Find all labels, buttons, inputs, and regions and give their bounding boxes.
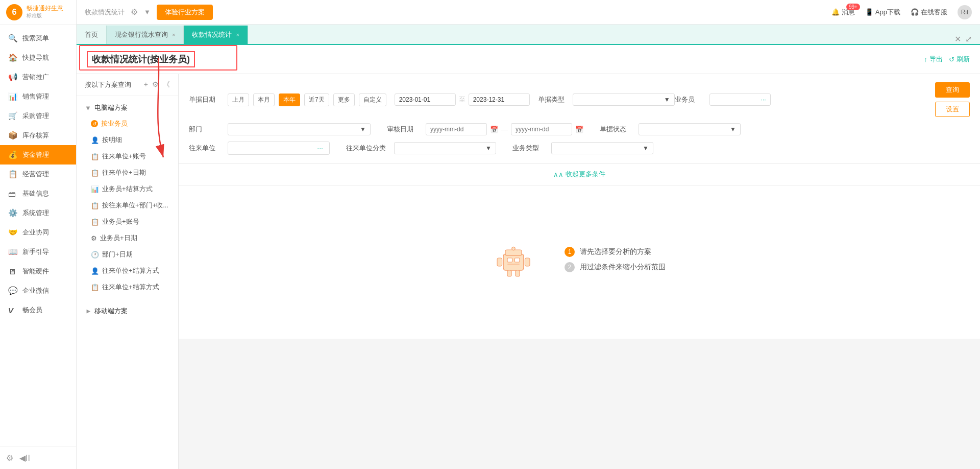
tab-collection[interactable]: 收款情况统计 × xyxy=(184,26,248,44)
notifications-badge: 99+ xyxy=(846,4,860,10)
notifications-item[interactable]: 🔔 消息 99+ xyxy=(831,8,855,17)
scheme-item-salesman-account[interactable]: 📋 业务员+账号 xyxy=(77,214,178,230)
by-detail-icon: 👤 xyxy=(91,136,99,144)
date-btn-more[interactable]: 更多 xyxy=(333,93,355,106)
mobile-schemes-group: ▼ 移动端方案 xyxy=(77,299,178,323)
tab-home[interactable]: 首页 xyxy=(77,26,107,44)
sidebar-item-label: 采购管理 xyxy=(22,111,49,121)
sidebar-item-label: 系统管理 xyxy=(22,208,49,218)
scheme-settings-icon[interactable]: ⚙ xyxy=(152,80,159,89)
audit-date-label: 审核日期 xyxy=(387,125,418,134)
scheme-collapse-icon[interactable]: 《 xyxy=(163,80,170,89)
app-download-item[interactable]: 📱 App下载 xyxy=(865,8,900,17)
audit-date-cal2-icon[interactable]: 📅 xyxy=(575,126,583,133)
doc-type-select[interactable]: ▼ xyxy=(573,93,675,106)
date-end-input[interactable] xyxy=(469,93,530,106)
unit-settle-2-icon: 📋 xyxy=(91,284,99,291)
sidebar-settings-icon[interactable]: ⚙ xyxy=(6,453,13,463)
date-btn-7days[interactable]: 近7天 xyxy=(304,93,329,106)
doc-type-dropdown-icon: ▼ xyxy=(664,96,670,103)
topbar-breadcrumb: 收款情况统计 xyxy=(85,8,125,17)
left-panel-header: 按以下方案查询 + ⚙ 《 xyxy=(77,74,178,96)
sidebar-item-label: 库存核算 xyxy=(22,131,49,140)
dept-date-icon: 🕐 xyxy=(91,251,99,259)
sidebar-item-search[interactable]: 🔍 搜索菜单 xyxy=(0,29,76,48)
scheme-item-salesman-date[interactable]: ⚙ 业务员+日期 xyxy=(77,230,178,246)
salesman-select[interactable]: ··· xyxy=(709,93,771,106)
sidebar-item-sales[interactable]: 📊 销售管理 xyxy=(0,87,76,106)
tab-bank-flow-label: 现金银行流水查询 xyxy=(115,30,168,39)
date-btn-this-year[interactable]: 本年 xyxy=(279,93,300,106)
scheme-item-unit-dept[interactable]: 📋 按往来单位+部门+收... xyxy=(77,197,178,214)
left-panel: 按以下方案查询 + ⚙ 《 ▼ 电脑端方案 ↺ 按业务员 👤 xyxy=(77,74,179,469)
add-scheme-icon[interactable]: + xyxy=(144,80,148,89)
sidebar-item-member[interactable]: V 畅会员 xyxy=(0,300,76,320)
topbar-dropdown-icon[interactable]: ▼ xyxy=(144,8,151,16)
sidebar-item-basic-info[interactable]: 🗃 基础信息 xyxy=(0,184,76,203)
tab-bank-flow[interactable]: 现金银行流水查询 × xyxy=(107,26,184,44)
counterparty-input-wrap[interactable]: ··· xyxy=(228,142,330,155)
sidebar-item-wechat[interactable]: 💬 企业微信 xyxy=(0,281,76,300)
mobile-schemes-title[interactable]: ▼ 移动端方案 xyxy=(77,303,178,319)
audit-date-cal1-icon[interactable]: 📅 xyxy=(490,126,498,133)
doc-status-select[interactable]: ▼ xyxy=(639,123,741,135)
tabbar: 首页 现金银行流水查询 × 收款情况统计 × ✕ ⤢ xyxy=(77,25,980,45)
user-avatar[interactable]: Rit xyxy=(958,5,972,19)
sidebar-bottom: ⚙ ◀II xyxy=(0,447,76,469)
empty-state: 1 请先选择要分析的方案 2 用过滤条件来缩小分析范围 xyxy=(179,185,980,339)
settings-button[interactable]: 设置 xyxy=(935,102,970,117)
sidebar-item-label: 新手引导 xyxy=(22,247,49,256)
salesman-more-icon[interactable]: ··· xyxy=(761,96,766,103)
scheme-item-unit-settle-1[interactable]: 👤 往来单位+结算方式 xyxy=(77,263,178,279)
sidebar-item-quick-nav[interactable]: 🏠 快捷导航 xyxy=(0,48,76,67)
desktop-schemes-title[interactable]: ▼ 电脑端方案 xyxy=(77,100,178,115)
sidebar-item-inventory[interactable]: 📦 库存核算 xyxy=(0,126,76,145)
scheme-item-unit-account[interactable]: 📋 往来单位+账号 xyxy=(77,148,178,165)
sidebar-item-guide[interactable]: 📖 新手引导 xyxy=(0,242,76,262)
scheme-item-by-salesman[interactable]: ↺ 按业务员 xyxy=(77,115,178,132)
dept-select[interactable]: ▼ xyxy=(228,123,371,135)
topbar-settings-icon[interactable]: ⚙ xyxy=(131,7,138,17)
online-service-item[interactable]: 🎧 在线客服 xyxy=(911,8,947,17)
scheme-item-by-detail[interactable]: 👤 按明细 xyxy=(77,132,178,148)
date-btn-custom[interactable]: 自定义 xyxy=(359,93,386,106)
counterparty-cat-select[interactable]: ▼ xyxy=(394,142,496,154)
sidebar-item-finance[interactable]: 💰 资金管理 xyxy=(0,145,76,165)
audit-date-end-input[interactable] xyxy=(511,123,572,135)
refresh-button[interactable]: ↺ 刷新 xyxy=(949,55,970,64)
sidebar-item-operation[interactable]: 📋 经营管理 xyxy=(0,165,76,184)
counterparty-more-icon[interactable]: ··· xyxy=(317,144,323,152)
date-btn-this-month[interactable]: 本月 xyxy=(253,93,275,106)
sidebar-item-smart-hw[interactable]: 🖥 智能硬件 xyxy=(0,262,76,281)
sidebar-item-purchase[interactable]: 🛒 采购管理 xyxy=(0,106,76,126)
scheme-item-dept-date[interactable]: 🕐 部门+日期 xyxy=(77,246,178,263)
scheme-item-unit-settle-2[interactable]: 📋 往来单位+结算方式 xyxy=(77,279,178,295)
tab-bank-flow-close-icon[interactable]: × xyxy=(172,32,175,38)
biz-type-dropdown-icon: ▼ xyxy=(643,145,649,152)
mobile-schemes-label: 移动端方案 xyxy=(94,307,128,316)
biz-type-select[interactable]: ▼ xyxy=(551,142,653,154)
sidebar-item-enterprise[interactable]: 🤝 企业协同 xyxy=(0,223,76,242)
tab-maximize-icon[interactable]: ⤢ xyxy=(965,34,972,44)
enterprise-icon: 🤝 xyxy=(8,228,18,237)
scheme-item-salesman-settle[interactable]: 📊 业务员+结算方式 xyxy=(77,181,178,197)
trial-button[interactable]: 体验行业方案 xyxy=(157,5,213,20)
sidebar-item-marketing[interactable]: 📢 营销推广 xyxy=(0,67,76,87)
sidebar-item-system[interactable]: ⚙️ 系统管理 xyxy=(0,203,76,223)
audit-date-start-input[interactable] xyxy=(426,123,487,135)
sidebar-collapse-icon[interactable]: ◀II xyxy=(19,453,30,463)
export-button[interactable]: ↑ 导出 xyxy=(924,55,943,64)
collapse-button[interactable]: ∧∧ 收起更多条件 xyxy=(553,170,605,179)
filter-area: 单据日期 上月 本月 本年 近7天 更多 自定义 至 xyxy=(179,74,980,163)
date-start-input[interactable] xyxy=(395,93,456,106)
query-button[interactable]: 查询 xyxy=(935,82,970,98)
tab-collection-close-icon[interactable]: × xyxy=(236,32,239,38)
sidebar-item-label: 智能硬件 xyxy=(22,267,49,276)
date-btn-last-month[interactable]: 上月 xyxy=(228,93,249,106)
scheme-item-unit-date[interactable]: 📋 往来单位+日期 xyxy=(77,165,178,181)
logo-area: 6 畅捷通好生意 标准版 xyxy=(0,0,76,25)
sidebar-item-label: 营销推广 xyxy=(22,73,49,82)
sidebar-item-label: 企业微信 xyxy=(22,286,49,295)
sidebar-item-label: 快捷导航 xyxy=(22,53,49,62)
tab-close-all-icon[interactable]: ✕ xyxy=(954,34,961,44)
